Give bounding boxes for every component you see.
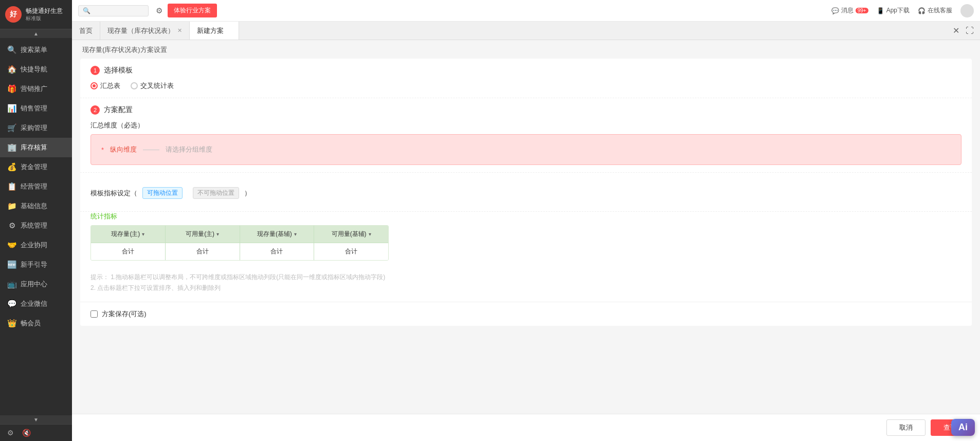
save-label: 方案保存(可选) (102, 309, 147, 319)
dimension-box[interactable]: * 纵向维度 —— 请选择分组维度 (90, 134, 961, 165)
radio-label-cross: 交叉统计表 (140, 81, 174, 90)
nav-icon-system: ⚙ (7, 221, 16, 230)
nav-icon-cooperation: 🤝 (7, 241, 16, 250)
vertical-dim-label: 纵向维度 (110, 145, 137, 154)
tab-inventory-status[interactable]: 现存量（库存状况表）✕ (100, 22, 190, 40)
settings-icon[interactable]: ⚙ (7, 429, 14, 437)
cancel-button[interactable]: 取消 (886, 419, 925, 436)
sidebar-item-wechat[interactable]: 💬企业微信 (0, 294, 72, 314)
stats-col-1: 可用量(主) ▾ 合计 (166, 226, 240, 260)
nav-label-member: 畅会员 (21, 319, 41, 328)
nav-icon-sales: 📊 (7, 104, 16, 113)
tab-new-plan[interactable]: 新建方案✕ (190, 22, 239, 40)
chevron-down-icon-1[interactable]: ▾ (216, 231, 219, 237)
tab-label-new-plan: 新建方案 (197, 26, 224, 35)
nav-label-cooperation: 企业协同 (21, 241, 47, 250)
sidebar-nav: 🔍搜索菜单🏠快捷导航🎁营销推广📊销售管理🛒采购管理🏢库存核算💰资金管理📋经营管理… (0, 38, 72, 415)
ai-float-btn[interactable]: Ai (951, 419, 975, 436)
sidebar-scroll-down[interactable]: ▼ (0, 415, 72, 424)
page-title: 现存量(库存状况表)方案设置 (82, 46, 167, 53)
stats-col-label-0: 现存量(主) (111, 230, 140, 238)
stats-col-body-2: 合计 (240, 243, 314, 260)
logo-icon: 好 (5, 6, 22, 23)
tip-line-2: 2. 点击标题栏下拉可设置排序、插入列和删除列 (90, 284, 961, 292)
sidebar-item-basic[interactable]: 📁基础信息 (0, 196, 72, 216)
tab-close-new-plan[interactable]: ✕ (227, 27, 231, 34)
sidebar-item-shortcut[interactable]: 🏠快捷导航 (0, 60, 72, 79)
dimension-placeholder: 请选择分组维度 (166, 145, 212, 154)
indicator-label: 模板指标设定（ (90, 189, 137, 198)
tabs-right: ✕ ⛶ (951, 25, 980, 36)
topbar-right: 💬 消息 99+ 📱 App下载 🎧 在线客服 (831, 4, 974, 17)
tab-home[interactable]: 首页 (72, 22, 100, 40)
sidebar-item-apps[interactable]: 📺应用中心 (0, 274, 72, 294)
indicator-label3: ） (244, 189, 251, 198)
search-icon: 🔍 (83, 7, 90, 14)
message-badge: 99+ (856, 8, 868, 13)
stats-label: 统计指标 (90, 212, 961, 221)
trial-btn[interactable]: 体验行业方案 (168, 4, 217, 17)
tab-label-home: 首页 (79, 26, 93, 35)
sidebar-item-guide[interactable]: 🆕新手引导 (0, 255, 72, 274)
search-input[interactable] (93, 7, 144, 14)
user-avatar[interactable] (960, 4, 974, 17)
sidebar-item-sales[interactable]: 📊销售管理 (0, 99, 72, 118)
stats-col-header-0[interactable]: 现存量(主) ▾ (91, 226, 165, 243)
nav-icon-marketing: 🎁 (7, 84, 16, 94)
footer-bar: 取消 查询 (72, 414, 980, 441)
tip-line-1: 提示： 1.拖动标题栏可以调整布局，不可跨维度或指标区域拖动列段(只能在同一维度… (90, 273, 961, 282)
nav-label-guide: 新手引导 (21, 260, 47, 269)
sidebar: 好 畅捷通好生意 标准版 ▲ 🔍搜索菜单🏠快捷导航🎁营销推广📊销售管理🛒采购管理… (0, 0, 72, 441)
sidebar-item-inventory[interactable]: 🏢库存核算 (0, 138, 72, 157)
stats-col-2: 现存量(基辅) ▾ 合计 (240, 226, 315, 260)
sidebar-item-marketing[interactable]: 🎁营销推广 (0, 79, 72, 99)
stats-col-header-3[interactable]: 可用量(基辅) ▾ (314, 226, 388, 243)
sidebar-item-business[interactable]: 📋经营管理 (0, 177, 72, 196)
stats-col-label-1: 可用量(主) (186, 230, 214, 238)
stats-col-header-1[interactable]: 可用量(主) ▾ (166, 226, 240, 243)
message-item[interactable]: 💬 消息 99+ (831, 6, 868, 15)
tabs-bar: 首页现存量（库存状况表）✕新建方案✕ ✕ ⛶ (72, 22, 980, 40)
nav-icon-member: 👑 (7, 319, 16, 328)
sidebar-item-search[interactable]: 🔍搜索菜单 (0, 40, 72, 60)
sidebar-item-cooperation[interactable]: 🤝企业协同 (0, 235, 72, 255)
sound-icon[interactable]: 🔇 (22, 429, 31, 437)
main-area: 🔍 ⚙ 体验行业方案 💬 消息 99+ 📱 App下载 🎧 在线客服 首页现存量… (72, 0, 980, 441)
nav-label-purchase: 采购管理 (21, 123, 47, 133)
save-checkbox[interactable] (90, 310, 98, 318)
step1-badge: 1 (90, 66, 100, 75)
tab-close-inventory-status[interactable]: ✕ (177, 27, 182, 34)
radio-cross[interactable]: 交叉统计表 (131, 81, 174, 90)
topbar-settings-icon[interactable]: ⚙ (156, 6, 162, 15)
sidebar-item-member[interactable]: 👑畅会员 (0, 314, 72, 333)
chevron-down-icon-2[interactable]: ▾ (294, 231, 297, 237)
expand-btn[interactable]: ⛶ (964, 25, 976, 36)
stats-col-header-2[interactable]: 现存量(基辅) ▾ (240, 226, 314, 243)
save-row: 方案保存(可选) (80, 302, 972, 326)
step2-section: 2 方案配置 汇总维度（必选） * 纵向维度 —— 请选择分组维度 (80, 98, 972, 173)
template-options: 汇总表交叉统计表 (90, 81, 961, 90)
radio-summary[interactable]: 汇总表 (90, 81, 120, 90)
nav-label-shortcut: 快捷导航 (21, 65, 47, 74)
chevron-down-icon-3[interactable]: ▾ (369, 231, 371, 237)
step2-title: 方案配置 (104, 105, 133, 115)
sidebar-item-purchase[interactable]: 🛒采购管理 (0, 118, 72, 138)
sidebar-item-system[interactable]: ⚙系统管理 (0, 216, 72, 235)
close-panel-btn[interactable]: ✕ (951, 25, 961, 36)
logo-text: 畅捷通好生意 标准版 (26, 7, 63, 23)
online-support-item[interactable]: 🎧 在线客服 (918, 6, 952, 15)
search-box: 🔍 (78, 5, 149, 16)
content-area: 现存量(库存状况表)方案设置 1 选择模板 汇总表交叉统计表 2 方案配置 汇总… (72, 40, 980, 414)
online-support-label: 在线客服 (928, 6, 952, 15)
phone-icon: 📱 (877, 7, 884, 14)
stats-col-body-3: 合计 (314, 243, 388, 260)
chevron-down-icon-0[interactable]: ▾ (142, 231, 144, 237)
nav-icon-wechat: 💬 (7, 299, 16, 308)
step1-title: 选择模板 (104, 66, 133, 75)
app-download-item[interactable]: 📱 App下载 (877, 6, 910, 15)
sidebar-scroll-up[interactable]: ▲ (0, 29, 72, 38)
sidebar-item-finance[interactable]: 💰资金管理 (0, 157, 72, 177)
nav-icon-purchase: 🛒 (7, 123, 16, 133)
stats-col-body-0: 合计 (91, 243, 165, 260)
sidebar-bottom: ⚙ 🔇 (0, 424, 72, 441)
